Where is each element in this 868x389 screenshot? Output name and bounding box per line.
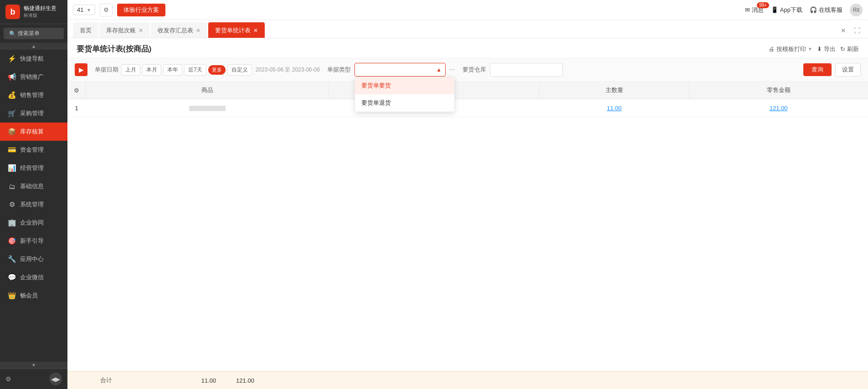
data-table: ⚙ 商品 主计量单位 主数量 零售金额 1 块	[67, 82, 868, 117]
date-btn-last-month[interactable]: 上月	[121, 64, 140, 76]
footer-quantity: 11.00	[190, 377, 227, 384]
date-label: 单据日期	[95, 66, 118, 74]
tab-controls: ✕ ⛶	[838, 25, 863, 38]
print-label: 按模板打印	[776, 45, 806, 53]
filter-settings-button[interactable]: 设置	[835, 63, 861, 77]
sidebar-item-purchase[interactable]: 🛒 采购管理	[0, 104, 67, 123]
header-left: 41 ▼ ⚙ 体验行业方案	[73, 4, 165, 16]
sidebar-logo: b 畅捷通好生意 标准版	[0, 0, 67, 24]
messages-btn[interactable]: ✉ 消息 99+	[745, 6, 764, 14]
trial-button[interactable]: 体验行业方案	[117, 4, 165, 16]
sidebar-item-sales[interactable]: 💰 销售管理	[0, 86, 67, 104]
settings-button[interactable]: ⚙	[100, 4, 113, 16]
type-input[interactable]	[359, 67, 436, 73]
company-selector[interactable]: 41 ▼	[73, 5, 95, 15]
tab-home[interactable]: 首页	[73, 22, 98, 38]
sidebar-item-guide[interactable]: 🎯 新手引导	[0, 232, 67, 250]
sidebar-item-operation[interactable]: 📊 经营管理	[0, 159, 67, 177]
date-btn-7days[interactable]: 近7天	[184, 64, 206, 76]
warehouse-select[interactable]	[490, 63, 563, 77]
guide-icon: 🎯	[7, 236, 16, 246]
export-label: 导出	[824, 45, 836, 53]
table-row: 1 块 11.00 121.00	[67, 99, 868, 117]
sidebar-item-label: 资金管理	[20, 146, 44, 154]
refresh-btn[interactable]: ↻ 刷新	[840, 45, 859, 53]
date-btn-this-year[interactable]: 本年	[163, 64, 182, 76]
finance-icon: 💳	[7, 145, 16, 154]
header-right: ✉ 消息 99+ 📱 App下载 🎧 在线客服 Rit	[745, 4, 863, 16]
date-btn-more[interactable]: 更多	[208, 65, 226, 75]
sidebar-item-label: 营销推广	[20, 73, 44, 81]
warehouse-filter-group: 要货仓库	[462, 63, 563, 77]
main-area: 41 ▼ ⚙ 体验行业方案 ✉ 消息 99+ 📱 App下载 🎧 在线客服	[67, 0, 868, 389]
scroll-down-arrow[interactable]: ▼	[0, 362, 67, 369]
chevron-up-icon[interactable]: ▲	[436, 67, 442, 73]
message-badge: 99+	[757, 2, 769, 8]
app-download-btn[interactable]: 📱 App下载	[771, 6, 802, 14]
sidebar-item-marketing[interactable]: 📢 营销推广	[0, 68, 67, 86]
sidebar-item-finance[interactable]: 💳 资金管理	[0, 141, 67, 159]
dropdown-item-demand-return[interactable]: 要货单退货	[355, 94, 454, 112]
sidebar-item-label: 新手引导	[20, 237, 44, 245]
online-service-btn[interactable]: 🎧 在线客服	[810, 6, 842, 14]
sidebar-item-wechat[interactable]: 💬 企业微信	[0, 268, 67, 287]
search-icon: 🔍	[9, 31, 16, 37]
sidebar-item-label: 基础信息	[20, 182, 44, 190]
sidebar-item-inventory[interactable]: 📦 库存核算	[0, 123, 67, 141]
sidebar-item-label: 企业协同	[20, 219, 44, 227]
sidebar-item-basic[interactable]: 🗂 基础信息	[0, 177, 67, 195]
refresh-label: 刷新	[847, 45, 859, 53]
filter-more-dots[interactable]: ···	[449, 66, 455, 74]
settings-icon[interactable]: ⚙	[5, 375, 11, 383]
tab-home-label: 首页	[80, 26, 92, 35]
scroll-up-arrow[interactable]: ▲	[0, 43, 67, 50]
product-name-placeholder	[189, 106, 226, 111]
sidebar-item-system[interactable]: ⚙ 系统管理	[0, 195, 67, 214]
membership-icon: 👑	[7, 291, 16, 300]
row-product	[86, 99, 329, 117]
download-icon: 📱	[771, 6, 778, 13]
dropdown-item-demand-order[interactable]: 要货单要货	[355, 77, 454, 94]
marketing-icon: 📢	[7, 72, 16, 82]
expand-tabs-btn[interactable]: ⛶	[852, 25, 863, 36]
tab-demand-summary[interactable]: 要货单统计表 ✕	[208, 22, 265, 38]
sidebar-item-label: 库存核算	[20, 128, 44, 136]
service-icon: 🎧	[810, 6, 817, 13]
quantity-link[interactable]: 11.00	[607, 105, 622, 112]
export-btn[interactable]: ⬇ 导出	[817, 45, 836, 53]
close-tab-receive[interactable]: ✕	[196, 27, 200, 34]
system-icon: ⚙	[7, 200, 16, 209]
date-buttons: 上月 本月 本年 近7天 更多 自定义	[121, 64, 252, 76]
filter-expand-btn[interactable]: ▶	[75, 63, 87, 76]
search-menu[interactable]: 🔍 搜索菜单	[4, 28, 64, 39]
print-btn[interactable]: 🖨 按模板打印 ▼	[769, 45, 812, 53]
date-btn-custom[interactable]: 自定义	[227, 64, 252, 76]
date-filter-group: 单据日期 上月 本月 本年 近7天 更多 自定义 2023-05-06 至 20…	[95, 64, 320, 76]
query-button[interactable]: 查询	[803, 63, 832, 76]
basic-icon: 🗂	[7, 182, 16, 191]
type-select-box[interactable]: ▲	[354, 63, 446, 77]
row-amount: 121.00	[689, 99, 868, 117]
close-all-tabs-btn[interactable]: ✕	[838, 25, 849, 36]
search-menu-label: 搜索菜单	[18, 30, 40, 37]
sidebar-item-quick-nav[interactable]: ⚡ 快捷导航	[0, 50, 67, 68]
sidebar-item-app-center[interactable]: 🔧 应用中心	[0, 250, 67, 268]
sidebar-toggle-btn[interactable]: ◀▶	[49, 373, 62, 385]
col-settings[interactable]: ⚙	[67, 82, 86, 99]
tab-demand-summary-label: 要货单统计表	[215, 26, 251, 35]
table-header-row: ⚙ 商品 主计量单位 主数量 零售金额	[67, 82, 868, 99]
sidebar-nav: ⚡ 快捷导航 📢 营销推广 💰 销售管理 🛒 采购管理 📦 库存核算 💳 资金管…	[0, 50, 67, 362]
tab-receive-summary-label: 收发存汇总表	[158, 26, 193, 35]
sidebar-item-enterprise[interactable]: 🏢 企业协同	[0, 214, 67, 232]
close-tab-demand[interactable]: ✕	[253, 27, 258, 34]
sidebar-item-membership[interactable]: 👑 畅会员	[0, 287, 67, 305]
date-btn-this-month[interactable]: 本月	[142, 64, 161, 76]
chevron-down-icon: ▼	[808, 46, 812, 51]
close-tab-stock-batch[interactable]: ✕	[139, 27, 143, 34]
footer-label: 合计	[73, 376, 118, 384]
amount-link[interactable]: 121.00	[770, 105, 788, 112]
tab-stock-batch[interactable]: 库存批次账 ✕	[99, 22, 150, 38]
sidebar-item-label: 畅会员	[20, 292, 38, 300]
user-avatar-btn[interactable]: Rit	[850, 4, 863, 16]
tab-receive-summary[interactable]: 收发存汇总表 ✕	[151, 22, 207, 38]
